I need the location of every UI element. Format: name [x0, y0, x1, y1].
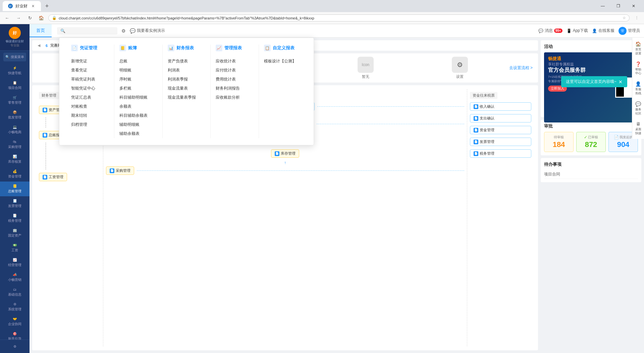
reload-btn[interactable]: ↻	[25, 14, 34, 22]
stat-approved[interactable]: ✓ 已审核 872	[576, 132, 606, 152]
mreport-item-2[interactable]: 费用统计表	[216, 75, 254, 84]
freq-item-0[interactable]: 资产负债表	[168, 57, 206, 66]
income-confirm-node[interactable]: 📄 收入确认	[470, 102, 531, 111]
notification-btn[interactable]: 💬 消息 99+	[538, 28, 562, 34]
voucher-item-1[interactable]: 查看凭证	[71, 66, 109, 75]
sidebar-item-marketing[interactable]: 📣 小畅营销	[0, 270, 30, 285]
inventory-mgmt-node[interactable]: 📄 库存管理	[271, 149, 299, 158]
tab-home[interactable]: 首页	[30, 24, 52, 37]
voucher-item-2[interactable]: 草稿凭证列表	[71, 75, 109, 84]
ledger-item-6[interactable]: 科目辅助余额表	[119, 111, 157, 120]
capital-mgmt-icon: 📄	[474, 128, 478, 133]
freq-item-1[interactable]: 利润表	[168, 66, 206, 75]
sidebar-item-salary[interactable]: 💵 工资	[0, 241, 30, 255]
restore-btn[interactable]: ❐	[610, 1, 626, 11]
invoice-mgmt-node[interactable]: 📄 发票管理	[470, 138, 531, 146]
ledger-item-3[interactable]: 多栏账	[119, 84, 157, 93]
set-flow-btn[interactable]: 去设置流程 >	[509, 65, 533, 71]
sidebar-item-base[interactable]: 🗂 基础信息	[0, 285, 30, 300]
ledger-title: 📒 账簿	[119, 45, 157, 53]
bookmark-icon[interactable]: ☆	[623, 16, 626, 20]
sidebar-item-cooperation[interactable]: 🤝 企业协同	[0, 314, 30, 329]
ecommerce-icon: 💻	[13, 125, 17, 129]
sidebar-item-system[interactable]: ⚙ 系统管理	[0, 300, 30, 314]
voucher-item-5[interactable]: 对账检查	[71, 102, 109, 111]
popup-close-btn[interactable]: ✕	[619, 79, 623, 85]
sidebar-item-purchase[interactable]: 🛍 采购管理	[0, 137, 30, 152]
mreport-item-4[interactable]: 应收账款分析	[216, 93, 254, 102]
financial-report-label: 财务报表	[176, 45, 194, 51]
mini-desktop[interactable]: 🖥 桌面快捷	[635, 119, 642, 138]
icon-item-settings[interactable]: ⚙ 设置	[415, 57, 505, 79]
freq-item-4[interactable]: 现金流量表季报	[168, 93, 206, 102]
forward-btn[interactable]: →	[14, 14, 23, 22]
purchase-label: 采购管理	[8, 145, 21, 149]
search-bar[interactable]: 🔍	[57, 27, 117, 35]
ledger-item-8[interactable]: 辅助余额表	[119, 129, 157, 138]
voucher-item-3[interactable]: 智能凭证中心	[71, 84, 109, 93]
demo-link[interactable]: 💬 我要看实例演示	[130, 28, 165, 34]
close-btn[interactable]: ✕	[626, 1, 641, 11]
stat-pending[interactable]: 待审核 184	[544, 132, 574, 152]
expense-confirm-node[interactable]: 📄 支出确认	[470, 114, 531, 122]
sidebar-item-tax[interactable]: 📑 税务管理	[0, 211, 30, 226]
retail-icon: 🛒	[13, 96, 17, 99]
ledger-item-4[interactable]: 科目辅助明细账	[119, 93, 157, 102]
tax-mgmt-node[interactable]: 📄 税务管理	[470, 149, 531, 158]
voucher-item-0[interactable]: 新增凭证	[71, 57, 109, 66]
purchase-mgmt-node[interactable]: 📄 采购管理	[106, 166, 134, 175]
capital-mgmt-node[interactable]: 📄 资金管理	[470, 126, 531, 134]
ledger-item-5[interactable]: 余额表	[119, 102, 157, 111]
sidebar-item-newbie[interactable]: 🎯 新手引导	[0, 329, 30, 340]
minimize-btn[interactable]: —	[595, 1, 610, 11]
sidebar-item-assets[interactable]: 🏢 固定资产	[0, 226, 30, 241]
sidebar-item-wholesale[interactable]: 📦 批发管理	[0, 108, 30, 122]
freq-item-2[interactable]: 利润表季报	[168, 75, 206, 84]
back-btn[interactable]: ←	[3, 14, 11, 22]
ledger-item-7[interactable]: 辅助明细账	[119, 120, 157, 129]
mini-home-setting[interactable]: 🏠 首页设置	[635, 39, 642, 58]
sidebar-item-inventory[interactable]: 📊 库存核算	[0, 152, 30, 167]
new-tab-btn[interactable]: +	[42, 1, 52, 11]
ops-label: 经营管理	[8, 263, 21, 267]
tab-bar: 好 好业财 ✕ +	[3, 1, 594, 11]
search-menu-btn[interactable]: 🔍 搜索菜单	[3, 53, 26, 61]
voucher-item-4[interactable]: 凭证汇总表	[71, 93, 109, 102]
newbie-label: 新手引导	[8, 337, 21, 340]
freq-item-3[interactable]: 现金流量表	[168, 84, 206, 93]
todo-project-row[interactable]: 项目合同	[544, 170, 638, 179]
sidebar-item-ops[interactable]: 📈 经营管理	[0, 255, 30, 270]
mreport-item-1[interactable]: 应付统计表	[216, 66, 254, 75]
settings-btn[interactable]: ⚙	[1, 343, 28, 350]
sidebar-item-quick-nav[interactable]: ⚡ 快捷导航	[0, 63, 30, 78]
ledger-item-0[interactable]: 总账	[119, 57, 157, 66]
mreport-item-3[interactable]: 财务利润报告	[216, 84, 254, 93]
active-tab[interactable]: 好 好业财 ✕	[3, 1, 41, 11]
mini-customer-service[interactable]: 👤 客服热线	[635, 79, 642, 98]
voucher-item-6[interactable]: 期末结转	[71, 111, 109, 120]
sidebar-item-project[interactable]: 📋 项目合同	[0, 78, 30, 93]
salary-mgmt-node[interactable]: 📄 工资管理	[39, 173, 67, 181]
address-input[interactable]: 🔒 cloud.chanjet.com/cc/u6d89qwnryel/57bf…	[48, 14, 630, 21]
sidebar-item-accounting[interactable]: 📒 总账管理	[0, 182, 30, 196]
purchase-icon: 🛍	[13, 140, 16, 144]
home-nav-btn[interactable]: 🏠	[37, 14, 46, 22]
ledger-item-2[interactable]: 序时账	[119, 75, 157, 84]
sidebar-item-finance[interactable]: 💰 资金管理	[0, 167, 30, 182]
sidebar-item-invoice[interactable]: 🧾 发票管理	[0, 196, 30, 211]
mreport-item-0[interactable]: 应收统计表	[216, 57, 254, 66]
ledger-item-1[interactable]: 明细账	[119, 66, 157, 75]
mini-community[interactable]: 💬 服务社区	[635, 99, 642, 118]
sidebar-item-ecommerce[interactable]: 💻 小畅电商	[0, 122, 30, 137]
custom-item-0[interactable]: 模板设计【公测】	[264, 57, 302, 66]
user-menu-btn[interactable]: 管 管理员	[619, 27, 640, 35]
mini-help-center[interactable]: ❓ 帮助中心	[635, 59, 642, 78]
tab-close-btn[interactable]: ✕	[30, 3, 36, 9]
sidebar-item-retail[interactable]: 🛒 零售管理	[0, 93, 30, 108]
browser-menu-btn[interactable]: ⋮	[632, 15, 641, 21]
app-download-btn[interactable]: 📱 App下载	[567, 28, 588, 34]
icon-item-4[interactable]: Icon 暂无	[320, 57, 411, 79]
settings-quick-btn[interactable]: ⚙	[121, 28, 126, 34]
online-service-btn[interactable]: 👤 在线客服	[592, 28, 614, 34]
voucher-item-7[interactable]: 归档管理	[71, 120, 109, 129]
